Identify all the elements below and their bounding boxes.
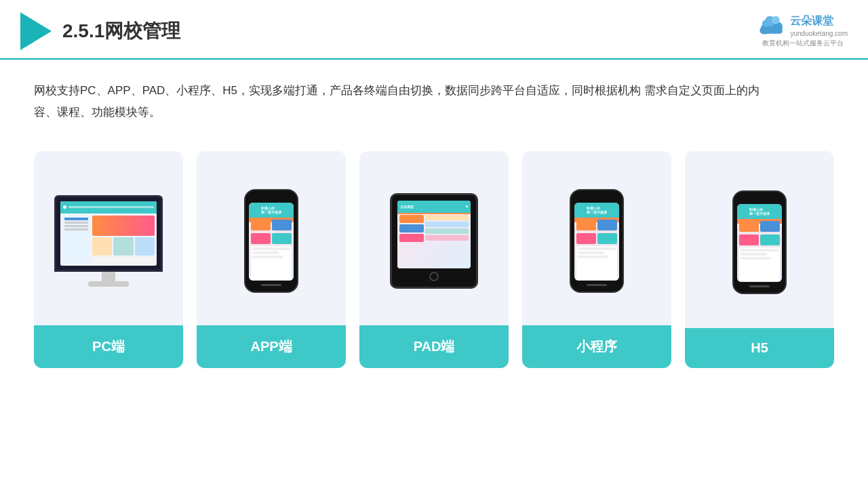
card-mini: 职通人的第一堂升提课 [522,151,671,368]
phone-mockup-mini: 职通人的第一堂升提课 [570,189,624,293]
card-image-h5: 职通人的第一堂升提课 [685,151,834,328]
cards-container: PC端 职通人的第一堂升提课 [34,151,834,368]
phone-mockup-app: 职通人的第一堂升提课 [244,189,298,293]
card-image-mini: 职通人的第一堂升提课 [522,151,671,325]
card-image-pad: 云朵课堂 [359,151,509,325]
brand-logo: 云朵课堂 yunduoketang.com [757,14,848,37]
header-right: 云朵课堂 yunduoketang.com 教育机构一站式服务云平台 [757,14,848,48]
svg-point-6 [762,20,770,27]
cloud-icon [757,16,786,35]
phone-mockup-h5: 职通人的第一堂升提课 [732,190,787,294]
brand-name: 云朵课堂 yunduoketang.com [790,14,848,37]
main-content: 网校支持PC、APP、PAD、小程序、H5，实现多端打通，产品各终端自由切换，数… [0,60,868,382]
card-label-mini: 小程序 [522,325,671,368]
card-pc: PC端 [34,151,183,368]
svg-rect-3 [762,28,783,33]
card-app: 职通人的第一堂升提课 [197,151,346,368]
pc-monitor-icon [54,195,163,287]
brand-tagline: 教育机构一站式服务云平台 [762,39,844,48]
description-text: 网校支持PC、APP、PAD、小程序、H5，实现多端打通，产品各终端自由切换，数… [34,80,780,124]
card-label-pad: PAD端 [359,325,509,368]
tablet-mockup-pad: 云朵课堂 [390,193,478,289]
card-image-app: 职通人的第一堂升提课 [197,151,346,325]
page-title: 2.5.1网校管理 [62,18,180,44]
card-h5: 职通人的第一堂升提课 [685,151,834,368]
svg-point-5 [772,16,780,24]
header-left: 2.5.1网校管理 [20,12,180,50]
card-image-pc [34,151,183,325]
logo-icon [20,12,52,50]
card-label-app: APP端 [197,325,346,368]
header: 2.5.1网校管理 云朵课堂 yunduoketang.com 教育机构一站式服… [0,0,868,60]
card-pad: 云朵课堂 [359,151,509,368]
card-label-pc: PC端 [34,325,183,368]
card-label-h5: H5 [685,328,834,368]
